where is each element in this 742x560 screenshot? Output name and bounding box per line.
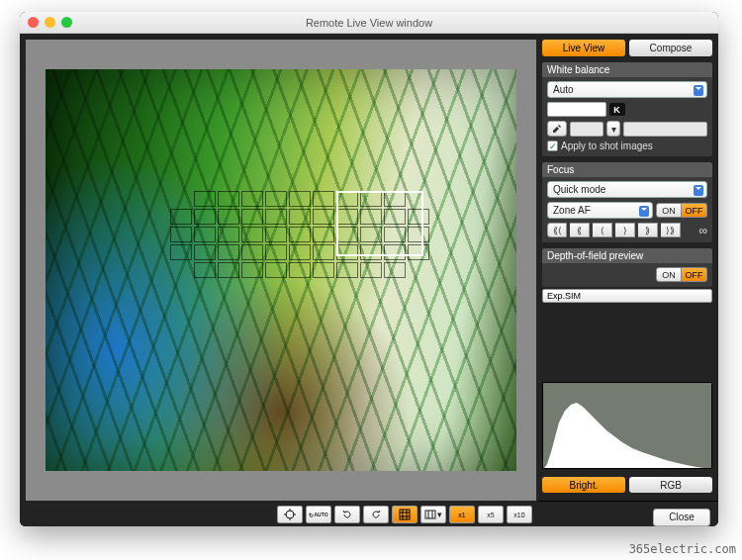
focus-near-3[interactable]: ⟪⟨ — [547, 223, 567, 237]
af-area-select[interactable]: Zone AF — [547, 202, 653, 219]
zoom-1x-button[interactable]: x1 — [449, 506, 475, 523]
histogram — [542, 382, 712, 469]
titlebar: Remote Live View window — [20, 12, 718, 34]
kelvin-badge-icon: K — [609, 103, 625, 116]
focus-mode-select[interactable]: Quick mode — [547, 181, 707, 198]
watermark: 365electric.com — [629, 542, 736, 556]
rotate-ccw-button[interactable] — [334, 506, 360, 523]
grid-overlay-button[interactable] — [392, 506, 417, 523]
target-button[interactable] — [277, 506, 303, 523]
zoom-5x-button[interactable]: x5 — [478, 506, 504, 523]
wb-kelvin-input[interactable] — [547, 102, 606, 117]
focus-step-row: ⟪⟨ ⟪ ⟨ ⟩ ⟫ ⟩⟫ ∞ — [547, 223, 707, 237]
auto-button[interactable]: ↻AUTO — [306, 506, 331, 523]
rotate-cw-button[interactable] — [363, 506, 389, 523]
focus-far-3[interactable]: ⟩⟫ — [661, 223, 681, 237]
bright-button[interactable]: Bright. — [542, 477, 625, 493]
focus-off[interactable]: OFF — [682, 203, 707, 218]
zoom-10x-button[interactable]: x10 — [507, 506, 532, 523]
focus-panel: Quick mode Zone AF ON OFF ⟪⟨ ⟪ ⟨ ⟩ ⟫ — [542, 177, 712, 242]
close-window-icon[interactable] — [28, 17, 39, 28]
aspect-button[interactable]: ▾ — [420, 506, 446, 523]
focus-far-1[interactable]: ⟩ — [615, 223, 635, 237]
focus-near-1[interactable]: ⟨ — [593, 223, 612, 237]
window: Remote Live View window — [20, 12, 718, 526]
mode-tabs: Live View Compose — [542, 40, 712, 56]
svg-rect-2 — [425, 511, 435, 518]
dof-on[interactable]: ON — [656, 267, 682, 282]
dof-switch[interactable]: ON OFF — [656, 267, 707, 282]
wb-shift-input[interactable] — [570, 122, 603, 137]
white-balance-header: White balance — [542, 62, 712, 77]
zoom-window-icon[interactable] — [61, 17, 72, 28]
focus-near-2[interactable]: ⟪ — [570, 223, 590, 237]
focus-far-2[interactable]: ⟫ — [638, 223, 658, 237]
preview-toolbar: ↻AUTO ▾ x1 x5 x10 — [20, 503, 538, 526]
tab-live-view[interactable]: Live View — [542, 40, 625, 56]
dof-panel: ON OFF — [542, 263, 712, 287]
af-point-grid — [168, 190, 432, 303]
wb-value-input[interactable] — [623, 122, 707, 137]
left-pane: ↻AUTO ▾ x1 x5 x10 — [20, 34, 538, 526]
wb-eyedropper-button[interactable] — [547, 121, 567, 137]
focus-header: Focus — [542, 162, 712, 177]
white-balance-panel: Auto K ▾ ✓ Apply to shot images — [542, 77, 712, 156]
histogram-mode-row: Bright. RGB — [542, 477, 712, 493]
af-zone-selection[interactable] — [336, 191, 423, 256]
wb-mode-select[interactable]: Auto — [547, 81, 707, 98]
right-pane: Live View Compose White balance Auto K ▾ — [538, 34, 718, 526]
apply-to-shot-checkbox[interactable]: ✓ — [547, 140, 558, 151]
close-bar: Close — [538, 501, 718, 526]
window-title: Remote Live View window — [20, 17, 718, 29]
dof-off[interactable]: OFF — [682, 267, 707, 282]
wb-shift-dropdown[interactable]: ▾ — [606, 121, 620, 137]
window-body: ↻AUTO ▾ x1 x5 x10 Live View Compose Whit… — [20, 34, 718, 526]
svg-marker-3 — [543, 403, 711, 469]
focus-switch[interactable]: ON OFF — [656, 203, 707, 218]
minimize-window-icon[interactable] — [45, 17, 55, 28]
exp-sim-button[interactable]: Exp.SIM — [542, 289, 712, 303]
photo-placeholder — [46, 69, 516, 471]
focus-on[interactable]: ON — [656, 203, 682, 218]
live-view-preview[interactable] — [26, 40, 536, 501]
close-button[interactable]: Close — [653, 509, 710, 526]
tab-compose[interactable]: Compose — [629, 40, 712, 56]
infinity-icon: ∞ — [698, 224, 707, 237]
rgb-button[interactable]: RGB — [629, 477, 712, 493]
svg-rect-1 — [400, 510, 410, 519]
apply-to-shot-label: Apply to shot images — [561, 140, 653, 151]
svg-point-0 — [286, 511, 294, 518]
traffic-lights — [28, 17, 72, 28]
dof-header: Depth-of-field preview — [542, 248, 712, 263]
